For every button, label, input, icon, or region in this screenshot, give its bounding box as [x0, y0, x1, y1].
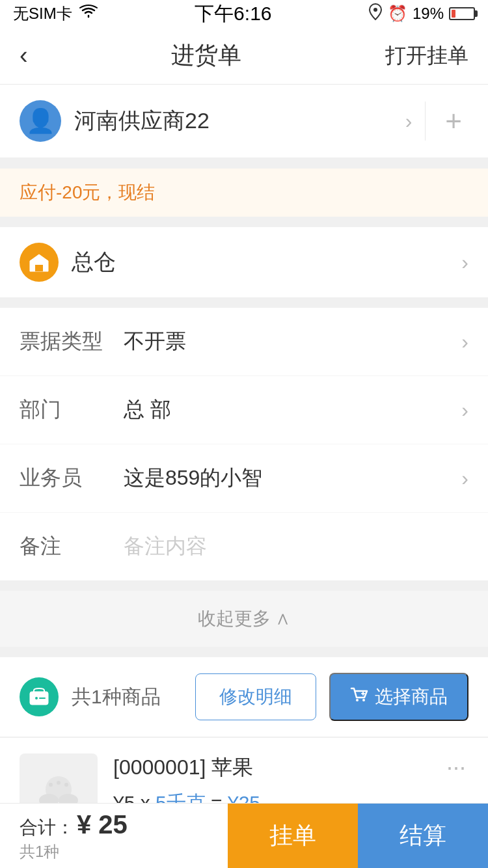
svg-point-5: [356, 699, 359, 701]
battery-fill: [452, 10, 455, 18]
back-button[interactable]: ‹: [20, 42, 28, 70]
time-display: 下午6:16: [195, 1, 271, 27]
svg-point-6: [362, 699, 365, 701]
supplier-chevron-icon: ›: [405, 109, 413, 133]
battery-text: 19%: [413, 5, 444, 23]
bottom-bar: 合计： ¥ 25 共1种 挂单 结算: [0, 803, 488, 868]
product-name-text: 苹果: [211, 755, 253, 779]
total-label: 合计：: [20, 815, 74, 840]
department-chevron-icon: ›: [461, 398, 468, 422]
warehouse-row[interactable]: 总仓 ›: [0, 227, 488, 297]
remark-row[interactable]: 备注 备注内容: [0, 513, 488, 580]
remark-label: 备注: [20, 532, 111, 561]
product-id: [0000001]: [113, 755, 206, 779]
svg-point-3: [35, 697, 38, 699]
alert-text: 应付-20元，现结: [20, 182, 155, 202]
checkout-button[interactable]: 结算: [358, 804, 488, 869]
supplier-avatar: 👤: [20, 100, 61, 142]
person-icon: 👤: [26, 107, 55, 135]
salesman-chevron-icon: ›: [461, 467, 468, 491]
battery-icon: [449, 7, 475, 20]
supplier-card: 👤 河南供应商22 › +: [0, 85, 488, 158]
status-left: 无SIM卡: [13, 3, 98, 24]
ticket-type-chevron-icon: ›: [461, 330, 468, 354]
open-hang-button[interactable]: 打开挂单: [385, 42, 468, 70]
supplier-row[interactable]: 👤 河南供应商22 › +: [0, 85, 488, 158]
svg-point-12: [64, 783, 68, 787]
carrier-text: 无SIM卡: [13, 3, 72, 24]
remark-input[interactable]: 备注内容: [111, 532, 468, 561]
page-title: 进货单: [171, 40, 241, 72]
warehouse-name: 总仓: [72, 247, 461, 277]
more-button[interactable]: ···: [444, 753, 468, 781]
ticket-type-label: 票据类型: [20, 327, 111, 356]
svg-point-10: [49, 783, 53, 787]
form-section: 票据类型 不开票 › 部门 总 部 › 业务员 这是859的小智 › 备注 备注…: [0, 308, 488, 580]
select-product-button[interactable]: 选择商品: [329, 673, 468, 721]
collapse-bar[interactable]: 收起更多 ∧: [0, 591, 488, 647]
status-bar: 无SIM卡 下午6:16 ⏰ 19%: [0, 0, 488, 27]
nav-bar: ‹ 进货单 打开挂单: [0, 27, 488, 85]
location-icon: [368, 3, 383, 24]
content-area: 👤 河南供应商22 › + 应付-20元，现结 总仓 › 票据类型 不开票 ›: [0, 85, 488, 868]
hang-order-button[interactable]: 挂单: [228, 804, 358, 869]
warehouse-icon: [20, 243, 59, 282]
alert-banner: 应付-20元，现结: [0, 169, 488, 217]
cart-icon: [350, 686, 368, 709]
alarm-icon: ⏰: [388, 5, 407, 23]
edit-detail-button[interactable]: 修改明细: [195, 673, 316, 720]
ticket-type-value: 不开票: [111, 327, 461, 356]
warehouse-chevron-icon: ›: [461, 251, 468, 275]
product-count-text: 共1种商品: [72, 684, 182, 711]
svg-point-11: [57, 781, 61, 785]
select-product-label: 选择商品: [375, 685, 448, 709]
product-count-icon: [20, 677, 59, 716]
battery-tip: [475, 10, 478, 17]
total-count: 共1种: [20, 841, 208, 862]
svg-rect-4: [39, 698, 46, 699]
supplier-name: 河南供应商22: [74, 106, 405, 136]
status-right: ⏰ 19%: [368, 3, 475, 24]
department-value: 总 部: [111, 396, 461, 424]
total-amount: ¥ 25: [77, 810, 128, 839]
product-header: 共1种商品 修改明细 选择商品: [0, 657, 488, 737]
add-supplier-button[interactable]: +: [439, 105, 468, 137]
collapse-label: 收起更多 ∧: [198, 606, 291, 631]
svg-point-0: [373, 8, 377, 12]
divider: [425, 102, 426, 141]
wifi-icon: [79, 4, 98, 23]
product-name: [0000001] 苹果: [113, 753, 428, 782]
ticket-type-row[interactable]: 票据类型 不开票 ›: [0, 308, 488, 376]
salesman-value: 这是859的小智: [111, 464, 461, 493]
svg-rect-1: [35, 265, 43, 271]
department-row[interactable]: 部门 总 部 ›: [0, 376, 488, 444]
salesman-row[interactable]: 业务员 这是859的小智 ›: [0, 444, 488, 513]
total-section: 合计： ¥ 25 共1种: [0, 810, 228, 862]
salesman-label: 业务员: [20, 464, 111, 493]
department-label: 部门: [20, 396, 111, 424]
